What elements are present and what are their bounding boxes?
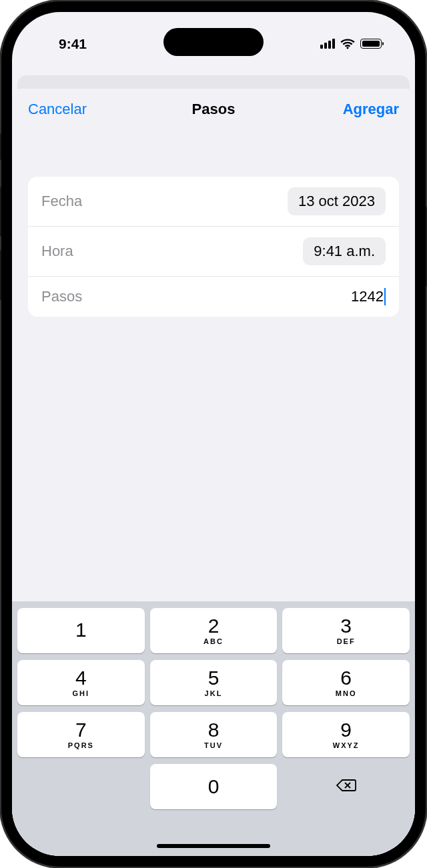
- phone-frame: 9:41 Cancelar Pasos: [0, 0, 427, 868]
- form-container: Fecha 13 oct 2023 Hora 9:41 a.m. Pasos 1…: [28, 177, 399, 317]
- key-0[interactable]: 0: [150, 764, 278, 809]
- time-picker[interactable]: 9:41 a.m.: [303, 237, 386, 265]
- backspace-icon: [336, 777, 357, 796]
- key-3[interactable]: 3 DEF: [282, 608, 410, 653]
- add-button[interactable]: Agregar: [343, 101, 399, 118]
- key-blank: [17, 764, 145, 809]
- time-label: Hora: [41, 243, 73, 260]
- key-1[interactable]: 1: [17, 608, 145, 653]
- key-6[interactable]: 6 MNO: [282, 660, 410, 705]
- volume-down: [0, 250, 1, 300]
- mute-switch: [0, 133, 1, 160]
- key-9[interactable]: 9 WXYZ: [282, 712, 410, 757]
- dynamic-island: [163, 28, 264, 56]
- nav-bar: Cancelar Pasos Agregar: [12, 89, 415, 130]
- key-backspace[interactable]: [282, 764, 410, 809]
- screen: 9:41 Cancelar Pasos: [12, 12, 415, 856]
- home-indicator[interactable]: [157, 844, 270, 848]
- modal-sheet: Cancelar Pasos Agregar Fecha 13 oct 2023…: [12, 89, 415, 856]
- date-row: Fecha 13 oct 2023: [28, 177, 399, 227]
- cancel-button[interactable]: Cancelar: [28, 101, 87, 118]
- date-picker[interactable]: 13 oct 2023: [288, 187, 386, 215]
- key-8[interactable]: 8 TUV: [150, 712, 278, 757]
- date-label: Fecha: [41, 193, 82, 210]
- steps-value[interactable]: 1242: [351, 288, 384, 305]
- steps-input[interactable]: 1242: [351, 288, 386, 305]
- volume-up: [0, 187, 1, 237]
- wifi-icon: [340, 39, 355, 49]
- key-2[interactable]: 2 ABC: [150, 608, 278, 653]
- key-4[interactable]: 4 GHI: [17, 660, 145, 705]
- cellular-signal-icon: [320, 39, 335, 49]
- text-cursor: [384, 288, 386, 305]
- page-title: Pasos: [192, 101, 236, 118]
- steps-row: Pasos 1242: [28, 277, 399, 317]
- time-row: Hora 9:41 a.m.: [28, 227, 399, 277]
- battery-icon: [360, 39, 382, 49]
- key-5[interactable]: 5 JKL: [150, 660, 278, 705]
- steps-label: Pasos: [41, 288, 82, 305]
- status-icons: [320, 39, 382, 49]
- numeric-keypad: 1 2 ABC 3 DEF 4 GHI: [12, 601, 415, 856]
- key-7[interactable]: 7 PQRS: [17, 712, 145, 757]
- status-time: 9:41: [59, 36, 87, 52]
